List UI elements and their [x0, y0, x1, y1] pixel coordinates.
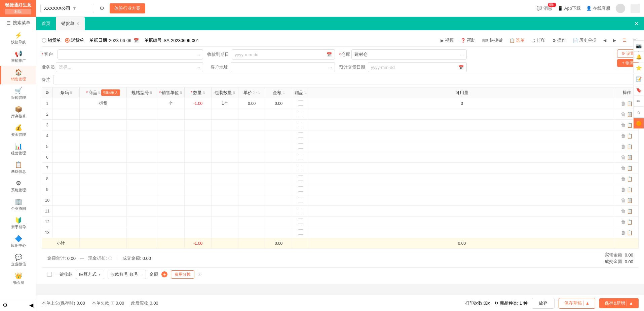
delete-icon[interactable]: 🗑	[621, 208, 626, 214]
refresh-icon[interactable]: ↻	[495, 301, 498, 306]
delete-icon[interactable]: 🗑	[621, 112, 626, 117]
unit-price-1[interactable]: 0.00	[238, 98, 265, 109]
header-gear-button[interactable]: ⚙	[97, 4, 107, 13]
copy-icon[interactable]: 📋	[627, 112, 633, 117]
sidebar-item-basic[interactable]: 📋 基础信息	[0, 158, 36, 177]
delete-icon-1[interactable]: 🗑	[621, 101, 626, 106]
video-btn[interactable]: ▶视频	[439, 36, 456, 44]
trial-button[interactable]: 体验行业方案	[110, 3, 145, 13]
calendar-icon[interactable]: 📅	[134, 38, 139, 43]
sidebar-item-purchase[interactable]: 🛒 采购管理	[0, 84, 36, 103]
sidebar-item-member[interactable]: 👑 畅会员	[0, 269, 36, 288]
online-service-button[interactable]: 👤 在线客服	[586, 5, 610, 11]
method-selector[interactable]: 结算方式 ▼	[76, 270, 104, 279]
sidebar-item-operations[interactable]: 📊 经营管理	[0, 140, 36, 158]
payment-due-input[interactable]: yyyy-mm-dd 📅	[232, 49, 335, 60]
delete-icon[interactable]: 🗑	[621, 198, 626, 203]
copy-icon[interactable]: 📋	[627, 198, 633, 203]
history-btn[interactable]: 📄历史单据	[571, 36, 599, 44]
float-icon-star2[interactable]: ☆	[633, 107, 644, 118]
float-icon-bell[interactable]: 🔔	[633, 51, 644, 62]
sidebar-item-sales[interactable]: 🏠 销售管理	[0, 66, 36, 84]
select-btn[interactable]: 📋选单	[507, 36, 527, 44]
warehouse-dots[interactable]: ···	[460, 52, 464, 57]
settings-gear-icon[interactable]: ⚙	[3, 302, 7, 308]
notes-input[interactable]	[53, 75, 639, 84]
close-window-icon[interactable]: ✕	[634, 21, 639, 27]
next-icon[interactable]: ▶	[611, 37, 618, 44]
message-button[interactable]: 💬 消息 99+	[537, 5, 552, 11]
copy-icon[interactable]: 📋	[627, 144, 633, 149]
copy-icon-1[interactable]: 📋	[627, 101, 633, 106]
copy-icon[interactable]: 📋	[627, 208, 633, 214]
barcode-1[interactable]	[53, 98, 80, 109]
delete-icon[interactable]: 🗑	[621, 155, 626, 160]
operation-btn[interactable]: ⚙操作	[550, 36, 568, 44]
delete-icon[interactable]: 🗑	[621, 133, 626, 139]
float-icon-orange[interactable]: 🟠	[633, 118, 644, 129]
delete-icon[interactable]: 🗑	[621, 176, 626, 182]
sidebar-item-wechat[interactable]: 💬 企业微信	[0, 251, 36, 269]
salesperson-input[interactable]: 选择... ···	[56, 62, 203, 72]
prev-icon[interactable]: ◀	[601, 37, 608, 44]
delete-icon[interactable]: 🗑	[621, 144, 626, 149]
copy-icon[interactable]: 📋	[627, 155, 633, 160]
product-1[interactable]: 拆货	[80, 98, 127, 109]
account-selector[interactable]: 收款账号 账号 ···	[108, 270, 146, 279]
th-settings[interactable]: ⚙	[42, 87, 53, 98]
account-dots[interactable]: ···	[140, 272, 143, 277]
tab-sales-order[interactable]: 销货单 ✕	[56, 17, 85, 30]
copy-icon[interactable]: 📋	[627, 133, 633, 139]
tab-home[interactable]: 首页	[36, 17, 56, 30]
unit-1[interactable]: 个	[157, 98, 185, 109]
sidebar-item-enterprise[interactable]: 🏢 企业协同	[0, 195, 36, 214]
spec-1[interactable]	[127, 98, 157, 109]
salesperson-dots[interactable]: ···	[196, 65, 200, 70]
float-icon-edit[interactable]: ✏	[633, 96, 644, 107]
copy-icon[interactable]: 📋	[627, 187, 633, 192]
payment-checkbox[interactable]	[47, 272, 52, 277]
save-new-dropdown-icon[interactable]: ▲	[627, 301, 633, 306]
company-selector[interactable]: XXXXXX公司 ▼	[40, 4, 94, 13]
copy-icon[interactable]: 📋	[627, 176, 633, 182]
quantity-1[interactable]: -1.00	[185, 98, 212, 109]
print-btn[interactable]: 🖨打印	[529, 36, 547, 44]
add-payment-button[interactable]: +	[161, 271, 167, 277]
copy-icon[interactable]: 📋	[627, 165, 633, 171]
list-view-icon[interactable]: ☰	[621, 37, 629, 44]
float-icon-star[interactable]: ⭐	[633, 63, 644, 73]
expected-delivery-input[interactable]: yyyy-mm-dd 📅	[368, 62, 467, 72]
delete-icon[interactable]: 🗑	[621, 219, 626, 225]
one-click-payment-label[interactable]: 一键收款	[55, 271, 73, 277]
abandon-button[interactable]: 放弃	[532, 298, 555, 309]
user-dropdown[interactable]	[631, 4, 640, 13]
sidebar-item-marketing[interactable]: 📢 营销推广	[0, 47, 36, 66]
save-draft-button[interactable]: 保存草稿 ▲	[559, 298, 596, 309]
shortcut-key-btn[interactable]: ⌨快捷键	[480, 36, 505, 44]
expense-split-button[interactable]: 费用分摊	[171, 270, 194, 279]
sidebar-item-system[interactable]: ⚙ 系统管理	[0, 177, 36, 195]
delete-icon[interactable]: 🗑	[621, 187, 626, 192]
help-btn[interactable]: ❓帮助	[458, 36, 478, 44]
delete-icon[interactable]: 🗑	[621, 122, 626, 128]
sidebar-item-finance[interactable]: 💰 资金管理	[0, 121, 36, 140]
collapse-icon[interactable]: ◀	[29, 302, 33, 308]
copy-icon[interactable]: 📋	[627, 219, 633, 225]
sidebar-item-inventory[interactable]: 📦 库存核算	[0, 103, 36, 121]
pkg-qty-1[interactable]: 1个	[212, 98, 238, 109]
customer-input[interactable]: ···	[58, 49, 203, 60]
delete-icon[interactable]: 🗑	[621, 165, 626, 171]
sidebar-item-guide[interactable]: 🔰 新手引导	[0, 214, 36, 232]
sidebar-item-apps[interactable]: 🔷 应用中心	[0, 232, 36, 251]
user-avatar[interactable]	[616, 4, 625, 13]
scan-button[interactable]: 扫码录入	[101, 89, 120, 96]
sidebar-item-search[interactable]: ☰ 搜索菜单	[0, 17, 36, 29]
save-draft-dropdown-icon[interactable]: ▲	[583, 301, 590, 306]
float-icon-note[interactable]: 📝	[633, 74, 644, 84]
gift-1[interactable]	[292, 98, 309, 109]
delete-icon[interactable]: 🗑	[621, 230, 626, 235]
sidebar-item-shortcut[interactable]: ⚡ 快捷导航	[0, 29, 36, 47]
warehouse-input[interactable]: 建材仓 ···	[351, 49, 467, 60]
customer-addr-input[interactable]: ···	[231, 62, 335, 72]
amount-1[interactable]: 0.00	[265, 98, 292, 109]
